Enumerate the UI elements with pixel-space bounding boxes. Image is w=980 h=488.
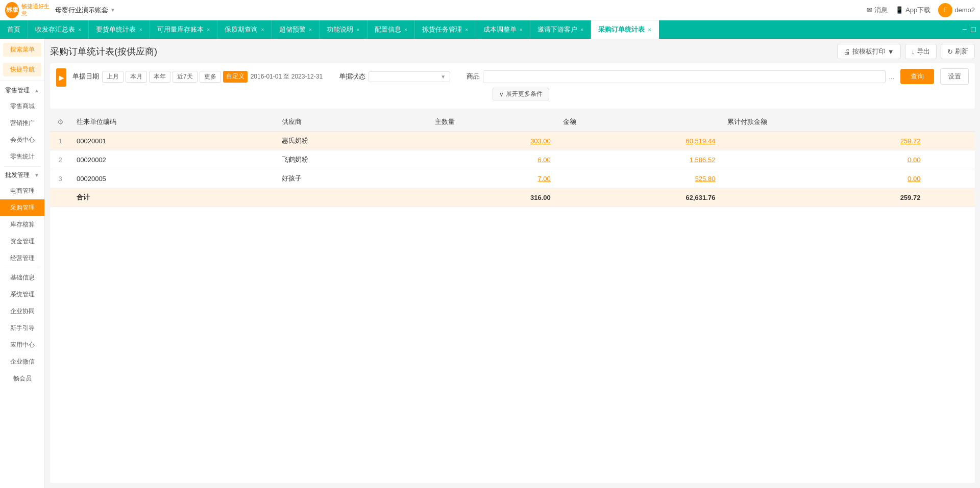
sidebar-item-system-mgmt[interactable]: 系统管理 — [0, 286, 44, 303]
row-1-amount-link[interactable]: 60,519.44 — [686, 137, 716, 145]
tab-home[interactable]: 首页 — [0, 20, 28, 39]
nav-minimize-icon[interactable]: − — [962, 25, 967, 34]
row-2-amount-link[interactable]: 1,586.52 — [690, 156, 716, 164]
sidebar-retail-mgmt-arrow: ▲ — [34, 88, 39, 93]
col-supplier: 供应商 — [276, 113, 429, 132]
tab-receive-send-close[interactable]: × — [78, 27, 81, 33]
more-filter-btn[interactable]: ... — [889, 73, 894, 81]
sidebar-purchase-mgmt-label: 采购管理 — [10, 203, 35, 212]
status-label: 单据状态 — [339, 72, 365, 81]
goods-label: 商品 — [467, 72, 480, 81]
date-btn-last-month[interactable]: 上月 — [102, 71, 124, 83]
export-button[interactable]: ↓ 导出 — [905, 44, 937, 59]
filter-toggle-btn[interactable]: ▶ — [56, 68, 66, 87]
sidebar-item-basic-info[interactable]: 基础信息 — [0, 269, 44, 286]
col-unit-code: 往来单位编码 — [70, 113, 276, 132]
sidebar-item-stock-check[interactable]: 库存核算 — [0, 216, 44, 233]
tab-order-stats[interactable]: 要货单统计表 × — [89, 20, 150, 39]
account-dropdown[interactable]: 母婴行业演示账套 ▼ — [55, 6, 862, 15]
sidebar-item-ops-mgmt[interactable]: 经营管理 — [0, 250, 44, 267]
sidebar-item-member-center[interactable]: 会员中心 — [0, 132, 44, 148]
sidebar-item-new-guide[interactable]: 新手引导 — [0, 320, 44, 337]
expand-filters-btn[interactable]: ∨ 展开更多条件 — [493, 88, 549, 100]
row-3-amount-link[interactable]: 525.80 — [695, 175, 716, 183]
tab-config-info[interactable]: 配置信息 × — [368, 20, 415, 39]
tab-invite-downstream-close[interactable]: × — [580, 27, 583, 33]
sidebar-item-purchase-mgmt[interactable]: 采购管理 — [0, 199, 44, 216]
tab-function-desc[interactable]: 功能说明 × — [320, 20, 367, 39]
date-btn-this-year[interactable]: 本年 — [149, 71, 170, 83]
header-actions: 🖨 按模板打印 ▼ ↓ 导出 ↻ 刷新 — [837, 44, 975, 59]
date-btn-last-7-days[interactable]: 近7天 — [173, 71, 198, 83]
main-layout: 搜索菜单 快捷导航 零售管理 ▲ 零售商城 营销推广 会员中心 零售统计 — [0, 39, 980, 488]
sidebar-stock-check-label: 库存核算 — [10, 220, 35, 229]
tab-purchase-stats-close[interactable]: × — [648, 27, 651, 33]
tab-function-desc-close[interactable]: × — [356, 27, 359, 33]
sidebar-item-member[interactable]: 畅会员 — [0, 370, 44, 387]
tab-cost-adjust[interactable]: 成本调整单 × — [476, 20, 530, 39]
sidebar-item-marketing[interactable]: 营销推广 — [0, 115, 44, 132]
tab-purchase-stats[interactable]: 采购订单统计表 × — [591, 20, 658, 39]
row-1-code: 00020001 — [70, 132, 276, 150]
row-1-qty-link[interactable]: 303.00 — [530, 137, 551, 145]
tab-available-stock-close[interactable]: × — [207, 27, 210, 33]
sidebar-item-capital-mgmt[interactable]: 资金管理 — [0, 233, 44, 250]
tab-purchase-stats-label: 采购订单统计表 — [598, 25, 645, 34]
tab-overstock-warning-close[interactable]: × — [309, 27, 312, 33]
page-header: 采购订单统计表(按供应商) 🖨 按模板打印 ▼ ↓ 导出 ↻ 刷新 — [50, 44, 975, 59]
top-actions: ✉ 消息 📱 App下载 E demo2 — [867, 3, 975, 17]
tab-available-stock[interactable]: 可用量库存账本 × — [150, 20, 217, 39]
expand-label: 展开更多条件 — [506, 90, 543, 98]
sidebar-quick-nav-area: 快捷导航 — [0, 61, 44, 81]
row-2-paid-link[interactable]: 0.00 — [908, 156, 920, 164]
sidebar-item-retail-stats[interactable]: 零售统计 — [0, 148, 44, 165]
row-1-paid-link[interactable]: 259.72 — [900, 137, 921, 145]
row-1-paid: 259.72 — [721, 132, 926, 150]
sidebar-item-retail-store[interactable]: 零售商城 — [0, 98, 44, 115]
date-buttons: 上月 本月 本年 近7天 更多 自定义 — [102, 71, 248, 83]
status-select[interactable]: ▼ — [369, 71, 450, 82]
tab-config-info-close[interactable]: × — [404, 27, 407, 33]
date-btn-this-month[interactable]: 本月 — [126, 71, 147, 83]
row-2-paid: 0.00 — [721, 150, 926, 169]
tab-invite-downstream[interactable]: 邀请下游客户 × — [530, 20, 591, 39]
goods-input[interactable] — [483, 70, 886, 83]
sidebar-item-enterprise-wechat[interactable]: 企业微信 — [0, 353, 44, 370]
refresh-button[interactable]: ↻ 刷新 — [941, 44, 975, 59]
row-3-extra — [926, 169, 975, 188]
tab-pick-task[interactable]: 拣货任务管理 × — [415, 20, 476, 39]
tab-expiry-query[interactable]: 保质期查询 × — [217, 20, 272, 39]
search-menu-button[interactable]: 搜索菜单 — [3, 43, 41, 57]
date-btn-more[interactable]: 更多 — [200, 71, 221, 83]
tab-cost-adjust-close[interactable]: × — [520, 27, 523, 33]
user-avatar[interactable]: E demo2 — [938, 3, 975, 17]
quick-nav-button[interactable]: 快捷导航 — [3, 63, 41, 76]
message-btn[interactable]: ✉ 消息 — [867, 6, 888, 15]
tab-receive-send[interactable]: 收发存汇总表 × — [28, 20, 89, 39]
logo-area: 标版 畅捷通好生意 — [5, 2, 50, 18]
row-3-index: 3 — [50, 169, 70, 188]
nav-restore-icon[interactable]: □ — [971, 25, 976, 34]
query-button[interactable]: 查询 — [900, 69, 934, 84]
sidebar-item-app-center[interactable]: 应用中心 — [0, 337, 44, 353]
table-container: ⚙ 往来单位编码 供应商 主数量 金额 累计付款金额 1 00020001 — [50, 113, 975, 483]
row-2-qty-link[interactable]: 6.00 — [538, 156, 551, 164]
tab-expiry-query-close[interactable]: × — [261, 27, 264, 33]
row-3-qty-link[interactable]: 7.00 — [538, 175, 551, 183]
print-button[interactable]: 🖨 按模板打印 ▼ — [837, 44, 901, 59]
sidebar-item-ecommerce-mgmt[interactable]: 电商管理 — [0, 183, 44, 199]
row-3-paid-link[interactable]: 0.00 — [908, 175, 920, 183]
sidebar-item-wholesale-mgmt[interactable]: 批发管理 ▼ — [0, 168, 44, 183]
sidebar-item-retail-mgmt[interactable]: 零售管理 ▲ — [0, 83, 44, 98]
settings-button[interactable]: 设置 — [940, 68, 969, 85]
print-arrow-icon: ▼ — [888, 48, 894, 56]
filter-area: ▶ 单据日期 上月 本月 本年 近7天 更多 自定义 — [50, 63, 975, 109]
tab-pick-task-close[interactable]: × — [465, 27, 468, 33]
logo-text: 畅捷通好生意 — [21, 3, 50, 16]
column-settings-icon[interactable]: ⚙ — [57, 118, 64, 126]
tab-order-stats-close[interactable]: × — [139, 27, 142, 33]
app-download-btn[interactable]: 📱 App下载 — [895, 6, 930, 15]
sidebar-item-enterprise-collab[interactable]: 企业协同 — [0, 303, 44, 320]
sidebar: 搜索菜单 快捷导航 零售管理 ▲ 零售商城 营销推广 会员中心 零售统计 — [0, 39, 45, 488]
tab-overstock-warning[interactable]: 超储预警 × — [272, 20, 320, 39]
